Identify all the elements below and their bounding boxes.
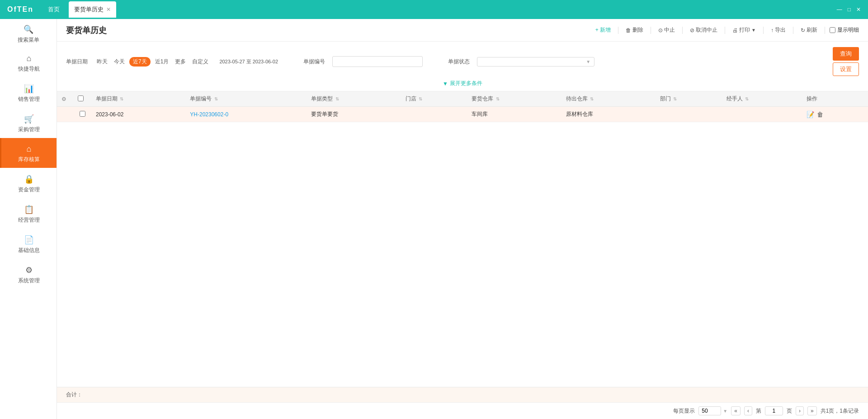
last-page-btn[interactable]: » bbox=[807, 406, 817, 415]
toolbar-divider-1 bbox=[618, 27, 618, 34]
tab-home[interactable]: 首页 bbox=[41, 0, 67, 19]
stop-button[interactable]: ⊙ 中止 bbox=[656, 24, 678, 36]
total-info: 共1页，1条记录 bbox=[821, 407, 859, 415]
gear-icon: ⚙ bbox=[25, 265, 33, 275]
row-checkbox[interactable] bbox=[80, 111, 85, 117]
status-select[interactable]: ▼ bbox=[477, 57, 594, 67]
sort-pendingwh-icon[interactable]: ⇅ bbox=[590, 96, 594, 101]
window-close-btn[interactable]: ✕ bbox=[856, 6, 861, 13]
row-delete-icon[interactable]: 🗑 bbox=[817, 111, 823, 118]
filter-row-1: 单据日期 昨天 今天 近7天 近1月 更多 自定义 2023-05-27 至 2… bbox=[66, 47, 859, 76]
document-icon: 📄 bbox=[24, 235, 34, 245]
tab-bar: 首页 要货单历史 ✕ bbox=[41, 0, 116, 19]
row-bill-type: 要货单要货 bbox=[307, 107, 401, 122]
row-req-warehouse: 车间库 bbox=[467, 107, 561, 122]
row-store bbox=[401, 107, 467, 122]
page-size-label: 每页显示 bbox=[673, 407, 695, 415]
date-btn-yesterday[interactable]: 昨天 bbox=[95, 57, 109, 67]
date-btn-custom[interactable]: 自定义 bbox=[190, 57, 210, 67]
window-controls: — □ ✕ bbox=[837, 6, 861, 13]
sort-billno-icon[interactable]: ⇅ bbox=[214, 96, 218, 101]
sort-handler-icon[interactable]: ⇅ bbox=[745, 96, 749, 101]
bill-no-label: 单据编号 bbox=[303, 58, 325, 66]
settings-gear-icon[interactable]: ⚙ bbox=[61, 96, 66, 102]
sort-date-icon[interactable]: ⇅ bbox=[120, 96, 123, 101]
page-number-label: 第 bbox=[756, 407, 761, 415]
export-button[interactable]: ↑ 导出 bbox=[768, 24, 788, 36]
action-buttons: 查询 设置 bbox=[833, 47, 859, 76]
display-detail-checkbox[interactable] bbox=[830, 27, 835, 33]
date-btn-today[interactable]: 今天 bbox=[112, 57, 127, 67]
data-table: ⚙ 单据日期 ⇅ 单据编号 ⇅ bbox=[57, 91, 868, 122]
print-button[interactable]: 🖨 打印 ▼ bbox=[730, 24, 759, 36]
sidebar-item-basic-info[interactable]: 📄 基础信息 bbox=[0, 229, 57, 259]
tab-requisition-history[interactable]: 要货单历史 ✕ bbox=[69, 1, 116, 18]
sidebar-item-purchase-mgmt[interactable]: 🛒 采购管理 bbox=[0, 108, 57, 138]
table-row: 2023-06-02 YH-20230602-0 要货单要货 车间库 原材料仓库 bbox=[57, 107, 868, 122]
prev-page-btn[interactable]: ‹ bbox=[744, 406, 752, 415]
th-action: 操作 bbox=[802, 91, 868, 107]
toolbar: + 新增 🗑 删除 ⊙ 中止 ⊘ 取消中止 bbox=[593, 24, 859, 36]
page-size-dropdown-icon[interactable]: ▼ bbox=[723, 409, 727, 414]
date-btn-7days[interactable]: 近7天 bbox=[129, 57, 151, 67]
content-area: 要货单历史 + 新增 🗑 删除 ⊙ 中止 ⊘ bbox=[57, 19, 868, 419]
toolbar-divider-4 bbox=[725, 27, 725, 34]
table-area: ⚙ 单据日期 ⇅ 单据编号 ⇅ bbox=[57, 91, 868, 387]
date-filter-label: 单据日期 bbox=[66, 58, 88, 66]
cart-icon: 🛒 bbox=[24, 114, 34, 124]
delete-button[interactable]: 🗑 删除 bbox=[623, 24, 646, 36]
chevron-down-icon: ▼ bbox=[586, 59, 590, 64]
bill-no-link[interactable]: YH-20230602-0 bbox=[190, 111, 228, 118]
date-btn-1month[interactable]: 近1月 bbox=[153, 57, 171, 67]
next-page-btn[interactable]: › bbox=[796, 406, 804, 415]
date-btn-more[interactable]: 更多 bbox=[173, 57, 188, 67]
sort-reqwh-icon[interactable]: ⇅ bbox=[496, 96, 500, 101]
th-handler: 经手人 ⇅ bbox=[722, 91, 802, 107]
sidebar-search[interactable]: 🔍 搜索菜单 bbox=[0, 19, 57, 48]
date-filter-buttons: 昨天 今天 近7天 近1月 更多 自定义 bbox=[95, 57, 210, 67]
select-all-checkbox[interactable] bbox=[78, 95, 84, 101]
export-icon: ↑ bbox=[771, 27, 774, 33]
window-minimize-btn[interactable]: — bbox=[837, 6, 842, 13]
row-edit-icon[interactable]: 📝 bbox=[807, 111, 814, 118]
setting-button[interactable]: 设置 bbox=[833, 62, 859, 76]
row-pending-warehouse: 原材料仓库 bbox=[561, 107, 656, 122]
refresh-button[interactable]: ↻ 刷新 bbox=[798, 24, 820, 36]
tab-close-icon[interactable]: ✕ bbox=[106, 6, 111, 13]
table-header: ⚙ 单据日期 ⇅ 单据编号 ⇅ bbox=[57, 91, 868, 107]
page-size-select: ▼ bbox=[698, 406, 727, 415]
th-bill-type: 单据类型 ⇅ bbox=[307, 91, 401, 107]
page-size-input[interactable] bbox=[698, 406, 721, 415]
display-detail-checkbox-label[interactable]: 显示明细 bbox=[830, 26, 859, 34]
content-header: 要货单历史 + 新增 🗑 删除 ⊙ 中止 ⊘ bbox=[57, 19, 868, 42]
sort-dept-icon[interactable]: ⇅ bbox=[673, 96, 677, 101]
first-page-btn[interactable]: « bbox=[731, 406, 741, 415]
th-checkbox bbox=[73, 91, 91, 107]
sidebar-item-inventory-calc[interactable]: ⌂ 库存核算 bbox=[0, 138, 57, 168]
cancel-stop-button[interactable]: ⊘ 取消中止 bbox=[687, 24, 720, 36]
query-button[interactable]: 查询 bbox=[833, 47, 859, 61]
expand-icon: ▼ bbox=[443, 81, 448, 87]
print-icon: 🖨 bbox=[732, 27, 738, 33]
sidebar-item-operation-mgmt[interactable]: 📋 经营管理 bbox=[0, 198, 57, 229]
bill-no-input[interactable] bbox=[332, 56, 423, 67]
chart-icon: 📊 bbox=[24, 84, 34, 94]
add-button[interactable]: + 新增 bbox=[593, 24, 613, 36]
sidebar-item-quick-nav[interactable]: ⌂ 快捷导航 bbox=[0, 48, 57, 77]
lock-icon: 🔒 bbox=[24, 174, 34, 184]
row-settings-cell bbox=[57, 107, 73, 122]
toolbar-divider-2 bbox=[651, 27, 651, 34]
th-store: 门店 ⇅ bbox=[401, 91, 467, 107]
expand-more-btn[interactable]: ▼ 展开更多条件 bbox=[66, 80, 859, 87]
table-body: 2023-06-02 YH-20230602-0 要货单要货 车间库 原材料仓库 bbox=[57, 107, 868, 122]
sidebar-item-system-mgmt[interactable]: ⚙ 系统管理 bbox=[0, 259, 57, 289]
row-bill-no: YH-20230602-0 bbox=[185, 107, 307, 122]
sidebar-item-sales-mgmt[interactable]: 📊 销售管理 bbox=[0, 77, 57, 108]
cancel-stop-icon: ⊘ bbox=[690, 27, 694, 33]
current-page-input[interactable] bbox=[765, 406, 783, 415]
window-maximize-btn[interactable]: □ bbox=[848, 6, 851, 13]
sidebar-item-fund-mgmt[interactable]: 🔒 资金管理 bbox=[0, 168, 57, 198]
sort-store-icon[interactable]: ⇅ bbox=[419, 96, 422, 101]
sort-billtype-icon[interactable]: ⇅ bbox=[335, 96, 339, 101]
th-bill-no: 单据编号 ⇅ bbox=[185, 91, 307, 107]
